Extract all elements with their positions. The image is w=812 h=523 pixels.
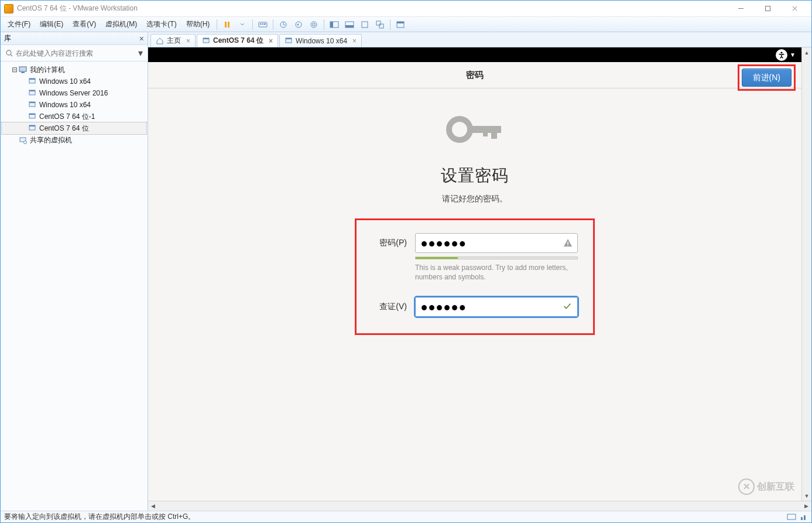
view-console-icon[interactable] [328, 18, 341, 31]
tree-label: 共享的虚拟机 [30, 135, 72, 145]
vm-icon [28, 100, 37, 110]
svg-rect-11 [330, 22, 333, 28]
tree-root-mycomputer[interactable]: ⊟ 我的计算机 [2, 64, 146, 76]
scroll-right-icon[interactable]: ▶ [801, 501, 811, 511]
svg-rect-43 [483, 133, 488, 136]
library-search: ▾ [1, 45, 148, 61]
window-title: CentOS 7 64 位 - VMware Workstation [17, 4, 138, 13]
gnome-content: 设置密码 请记好您的密码。 密码(P) [148, 88, 801, 501]
svg-rect-4 [260, 23, 261, 25]
status-tray [787, 514, 808, 521]
tree-vm-item[interactable]: Windows 10 x64 [2, 76, 146, 87]
svg-rect-29 [29, 114, 35, 115]
tab-home[interactable]: 主页 × [150, 34, 196, 47]
vm-icon [28, 124, 37, 133]
svg-rect-20 [19, 67, 26, 71]
password-input[interactable] [415, 233, 578, 253]
scroll-up-icon[interactable]: ▲ [802, 47, 811, 57]
verify-row: 查证(V) [372, 297, 578, 317]
tree-vm-item[interactable]: Windows Server 2016 [2, 87, 146, 99]
svg-rect-48 [804, 515, 806, 520]
snapshot-manager-icon[interactable] [307, 18, 320, 31]
svg-rect-25 [29, 90, 35, 91]
accessibility-icon[interactable] [776, 49, 787, 61]
chevron-down-icon[interactable]: ▼ [790, 52, 796, 58]
unity-icon[interactable] [374, 18, 386, 31]
search-icon [5, 49, 13, 57]
verify-input[interactable] [415, 297, 578, 317]
pause-icon[interactable] [221, 18, 234, 31]
svg-rect-37 [286, 38, 292, 39]
svg-rect-2 [228, 22, 229, 28]
svg-rect-16 [379, 24, 383, 28]
library-header: 库 × [1, 32, 148, 45]
maximize-button[interactable] [754, 1, 781, 16]
gnome-header-bar: 密码 [148, 62, 801, 88]
tree-vm-item-selected[interactable]: CentOS 7 64 位 [2, 122, 146, 134]
tree-label: CentOS 7 64 位-1 [39, 112, 95, 122]
svg-point-33 [24, 141, 27, 144]
search-dropdown-icon[interactable]: ▾ [137, 47, 144, 59]
menu-vm[interactable]: 虚拟机(M) [101, 18, 142, 31]
tab-centos[interactable]: CentOS 7 64 位 × [197, 34, 278, 47]
vm-icon [28, 77, 37, 86]
horizontal-scrollbar[interactable]: ◀ ▶ [148, 501, 811, 511]
tab-label: CentOS 7 64 位 [213, 36, 263, 46]
menu-view[interactable]: 查看(V) [68, 18, 101, 31]
check-icon [563, 302, 573, 312]
svg-rect-18 [397, 22, 404, 23]
device-icon[interactable] [787, 514, 796, 521]
tab-close-icon[interactable]: × [269, 37, 273, 45]
scroll-left-icon[interactable]: ◀ [148, 501, 158, 511]
tree-label: 我的计算机 [30, 65, 65, 75]
vm-viewport[interactable]: ▼ 密码 前进(N) [148, 47, 801, 501]
tree-label: CentOS 7 64 位 [39, 124, 89, 134]
close-button[interactable] [781, 1, 808, 16]
search-input[interactable] [16, 49, 137, 57]
view-thumbnail-icon[interactable] [343, 18, 356, 31]
next-button[interactable]: 前进(N) [742, 69, 792, 87]
svg-rect-13 [345, 25, 354, 28]
new-window-icon[interactable] [394, 18, 407, 31]
svg-rect-44 [567, 242, 568, 244]
fullscreen-icon[interactable] [358, 18, 371, 31]
menubar: 文件(F) 编辑(E) 查看(V) 虚拟机(M) 选项卡(T) 帮助(H) [1, 17, 811, 32]
scroll-down-icon[interactable]: ▼ [802, 491, 811, 501]
svg-rect-46 [787, 514, 796, 519]
gnome-bar-title: 密码 [466, 70, 484, 81]
svg-rect-42 [491, 133, 497, 139]
password-label: 密码(P) [372, 238, 407, 248]
svg-rect-15 [376, 21, 381, 25]
tree-shared-vms[interactable]: 共享的虚拟机 [2, 134, 146, 146]
menu-file[interactable]: 文件(F) [3, 18, 35, 31]
minimize-button[interactable] [727, 1, 754, 16]
tree-vm-item[interactable]: CentOS 7 64 位-1 [2, 111, 146, 122]
snapshot-icon[interactable] [277, 18, 290, 31]
menu-tabs[interactable]: 选项卡(T) [142, 18, 181, 31]
menu-help[interactable]: 帮助(H) [181, 18, 215, 31]
svg-rect-21 [21, 72, 25, 73]
send-cad-icon[interactable] [256, 18, 269, 31]
svg-rect-0 [765, 6, 770, 11]
svg-point-38 [780, 52, 782, 53]
snapshot-revert-icon[interactable] [292, 18, 305, 31]
expand-icon[interactable]: ⊟ [11, 66, 18, 74]
tab-close-icon[interactable]: × [352, 37, 357, 45]
vertical-scrollbar[interactable]: ▲ ▼ [801, 47, 811, 501]
tree-vm-item[interactable]: Windows 10 x64 [2, 99, 146, 111]
vm-icon [28, 88, 37, 98]
tab-strip: 主页 × CentOS 7 64 位 × Windows 10 x64 × [148, 32, 811, 47]
app-window: CentOS 7 64 位 - VMware Workstation 文件(F)… [0, 0, 812, 523]
dropdown-icon[interactable] [236, 18, 249, 31]
home-icon [156, 37, 164, 45]
tab-windows10[interactable]: Windows 10 x64 × [279, 34, 362, 47]
vm-tab-icon [285, 37, 293, 45]
library-close-icon[interactable]: × [139, 34, 144, 43]
highlight-next-button: 前进(N) [738, 64, 796, 91]
shared-icon [18, 135, 28, 145]
tree-label: Windows 10 x64 [39, 77, 91, 86]
svg-rect-14 [362, 22, 368, 28]
tab-close-icon[interactable]: × [186, 37, 190, 45]
menu-edit[interactable]: 编辑(E) [35, 18, 68, 31]
network-icon[interactable] [800, 514, 808, 521]
